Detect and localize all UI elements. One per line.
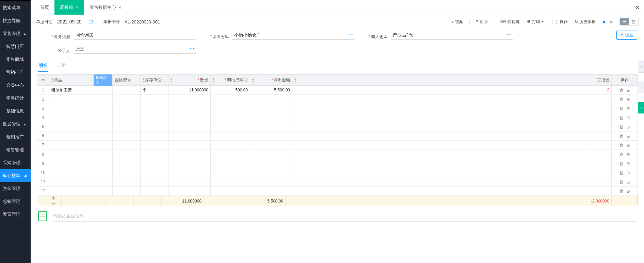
sidebar-item-6[interactable]: 会员中心 [0, 79, 31, 92]
sidebar-item-13[interactable]: 库存核算◀ [0, 169, 31, 182]
sidebar-item-2[interactable]: 零售管理▲ [0, 27, 31, 40]
gear-column[interactable]: ⚙ [37, 75, 49, 85]
delete-icon[interactable]: 🗑 [619, 179, 624, 185]
out-warehouse-select[interactable]: 小畅小畅仓库 ⋯ [232, 31, 355, 40]
tab-0[interactable]: 首页 [35, 0, 54, 15]
table-row[interactable]: 1组装加工费个11.000000500.005,500.00-2🗑⊕ [37, 86, 638, 95]
col-product[interactable]: ▲▼*商品 [49, 75, 94, 85]
sidebar-item-11[interactable]: 销售管理 [0, 143, 31, 156]
add-icon[interactable]: ⊕ [626, 106, 630, 111]
table-row[interactable]: 2🗑⊕ [37, 95, 638, 104]
add-icon[interactable]: ⊕ [626, 124, 630, 129]
add-icon[interactable]: ⊕ [626, 115, 630, 120]
delete-icon[interactable]: 🗑 [619, 189, 624, 194]
sidebar-item-7[interactable]: 零售统计 [0, 92, 31, 105]
col-spec[interactable]: ▲▼规格型号 [113, 75, 141, 85]
info-icon[interactable]: ⓘ [244, 77, 248, 83]
sort-icon[interactable]: ▲▼ [114, 77, 117, 83]
settings-button[interactable]: ⚙设置 [616, 31, 637, 40]
table-row[interactable]: 5🗑⊕ [37, 122, 638, 132]
sidebar-item-14[interactable]: 资金管理 [0, 182, 31, 195]
sort-icon[interactable]: ▲▼ [212, 77, 215, 83]
table-row[interactable]: 4🗑⊕ [37, 113, 638, 122]
add-icon[interactable]: ⊕ [626, 189, 630, 194]
in-warehouse-select[interactable]: 产成品2仓 ⋯ [391, 31, 513, 40]
delete-icon[interactable]: 🗑 [619, 97, 624, 102]
table-row[interactable]: 6🗑⊕ [37, 132, 638, 141]
table-row[interactable]: 11🗑⊕ [37, 177, 638, 187]
view-list-icon[interactable]: ☰ [620, 18, 629, 25]
calendar-icon[interactable] [88, 19, 93, 25]
operate-button[interactable]: ⋮⋮操作 [548, 19, 570, 25]
sort-icon[interactable]: ▲▼ [142, 77, 145, 83]
sidebar-item-8[interactable]: 基础信息 [0, 105, 31, 118]
shortcut-button[interactable]: ⌨快捷键 [498, 19, 522, 25]
sort-icon[interactable]: ▲▼ [51, 77, 54, 83]
add-icon[interactable]: ⊕ [626, 170, 630, 175]
date-input[interactable]: 2022-09-20 [55, 18, 86, 26]
sort-icon[interactable]: ▲▼ [170, 77, 173, 83]
history-button[interactable]: ↻历史单据 [573, 19, 598, 25]
tab-2[interactable]: 零售数据中心✕ [84, 0, 127, 15]
sidebar-item-12[interactable]: 采购管理 [0, 156, 31, 169]
col-qty[interactable]: ▲▼*数量 [168, 75, 211, 85]
add-icon[interactable]: ⊕ [626, 143, 630, 148]
next-button[interactable]: ▶ [609, 19, 615, 24]
handler-select[interactable]: 张三 ⋯ [74, 45, 196, 54]
sidebar-item-15[interactable]: 总账管理 [0, 195, 31, 208]
delete-icon[interactable]: 🗑 [619, 106, 624, 111]
tab-2d[interactable]: 二维 [57, 60, 67, 72]
sidebar-item-4[interactable]: 零售商城 [0, 53, 31, 66]
delete-icon[interactable]: 🗑 [619, 115, 624, 120]
delete-icon[interactable]: 🗑 [619, 143, 624, 148]
view-grid-icon[interactable]: ▤ [629, 18, 638, 25]
help-button[interactable]: ?帮助 [474, 19, 490, 25]
print-button[interactable]: 🖶打印▾ [525, 19, 545, 25]
add-icon[interactable]: ⊕ [626, 152, 630, 157]
scan-button[interactable]: 扫码录入 [94, 74, 112, 86]
delete-icon[interactable]: 🗑 [619, 134, 624, 139]
sidebar-item-5[interactable]: 营销推广 [0, 66, 31, 79]
delete-icon[interactable]: 🗑 [619, 124, 624, 129]
more-icon[interactable]: ⋯ [507, 32, 512, 37]
sidebar-item-16[interactable]: 发票管理 [0, 208, 31, 221]
table-row[interactable]: 8🗑⊕ [37, 150, 638, 159]
table-row[interactable]: 12🗑⊕ [37, 187, 638, 196]
delete-icon[interactable]: 🗑 [619, 152, 624, 157]
sort-icon[interactable]: ▲▼ [294, 77, 297, 83]
close-icon[interactable]: ✕ [635, 4, 640, 11]
col-cost[interactable]: ▲▼*调出成本ⓘ [211, 75, 250, 85]
table-row[interactable]: 3🗑⊕ [37, 104, 638, 113]
col-unit[interactable]: ▲▼*库存单位 [141, 75, 168, 85]
sort-icon[interactable]: ▲▼ [252, 77, 255, 83]
add-icon[interactable]: ⊕ [626, 161, 630, 166]
sidebar-item-1[interactable]: 快捷导航 [0, 14, 31, 27]
table-row[interactable]: 7🗑⊕ [37, 141, 638, 150]
col-available[interactable]: 可用量 [587, 75, 612, 85]
sidebar-item-3[interactable]: 智慧门店 [0, 40, 31, 53]
col-amount[interactable]: ▲▼*调出金额 [250, 75, 292, 85]
sidebar-item-10[interactable]: 营销推广 [0, 130, 31, 143]
tab-detail[interactable]: 明细 [38, 60, 48, 72]
table-row[interactable]: 9🗑⊕ [37, 159, 638, 168]
edge-tab-2[interactable]: ‹ [638, 82, 644, 93]
note-icon[interactable] [38, 211, 47, 221]
chevron-down-icon[interactable]: ⌄ [191, 32, 195, 37]
remark-input[interactable]: 请输入备注信息 [52, 211, 637, 222]
sidebar-item-0[interactable]: 搜索菜单 [0, 1, 31, 14]
close-icon[interactable]: ✕ [118, 5, 122, 10]
more-icon[interactable]: ⋯ [348, 32, 353, 37]
video-button[interactable]: ▷视频 [449, 19, 465, 25]
delete-icon[interactable]: 🗑 [619, 170, 624, 175]
tab-1[interactable]: 调拨单✕ [54, 0, 84, 15]
add-icon[interactable]: ⊕ [626, 88, 630, 93]
edge-tab-1[interactable]: ‹ [638, 61, 644, 73]
close-icon[interactable]: ✕ [75, 5, 79, 10]
add-icon[interactable]: ⊕ [626, 179, 630, 185]
prev-button[interactable]: ◀ [600, 19, 606, 24]
more-icon[interactable]: ⋯ [190, 46, 195, 51]
edge-tab-3[interactable]: ‹ [638, 102, 644, 113]
business-type-select[interactable]: 同价调拨 ⌄ [74, 31, 196, 40]
table-row[interactable]: 10🗑⊕ [37, 168, 638, 177]
add-icon[interactable]: ⊕ [626, 134, 630, 139]
